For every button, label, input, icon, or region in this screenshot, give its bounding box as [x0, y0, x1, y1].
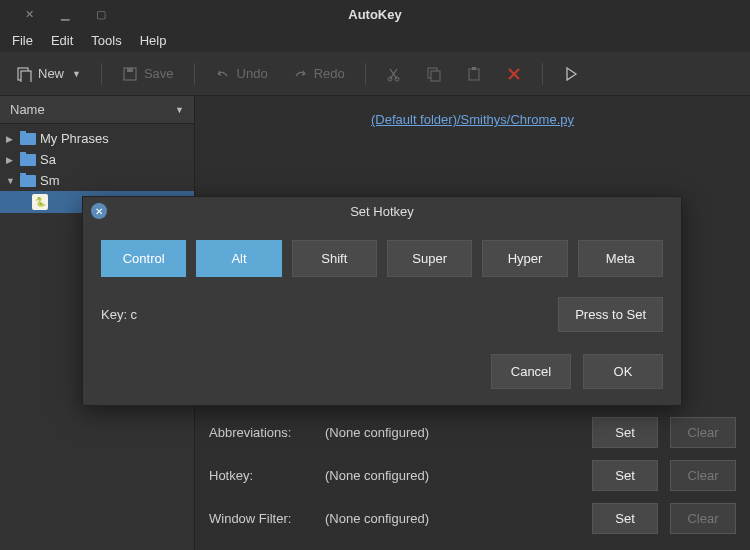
modifier-meta[interactable]: Meta	[578, 240, 663, 277]
set-hotkey-dialog: ✕ Set Hotkey Control Alt Shift Super Hyp…	[82, 196, 682, 406]
menu-file[interactable]: File	[12, 33, 33, 48]
play-icon	[563, 66, 579, 82]
delete-icon	[506, 66, 522, 82]
prop-label: Abbreviations:	[209, 425, 319, 440]
tree-item-my-phrases[interactable]: ▶ My Phrases	[0, 128, 194, 149]
dialog-actions: Cancel OK	[101, 354, 663, 389]
redo-button[interactable]: Redo	[284, 62, 353, 86]
press-to-set-button[interactable]: Press to Set	[558, 297, 663, 332]
cancel-button[interactable]: Cancel	[491, 354, 571, 389]
menu-help[interactable]: Help	[140, 33, 167, 48]
prop-label: Window Filter:	[209, 511, 319, 526]
modifier-shift[interactable]: Shift	[292, 240, 377, 277]
key-row: Key: c Press to Set	[101, 297, 663, 332]
svg-rect-1	[21, 71, 31, 82]
set-button[interactable]: Set	[592, 460, 658, 491]
folder-icon	[20, 154, 36, 166]
tree-label: Sm	[40, 173, 60, 188]
modifier-hyper[interactable]: Hyper	[482, 240, 567, 277]
expand-icon[interactable]: ▶	[6, 134, 16, 144]
paste-button[interactable]	[458, 62, 490, 86]
folder-icon	[20, 133, 36, 145]
prop-label: Hotkey:	[209, 468, 319, 483]
copy-button[interactable]	[418, 62, 450, 86]
key-label: Key: c	[101, 307, 137, 322]
properties-panel: Abbreviations: (None configured) Set Cle…	[209, 411, 736, 540]
chevron-down-icon: ▼	[175, 105, 184, 115]
save-icon	[122, 66, 138, 82]
modifier-row: Control Alt Shift Super Hyper Meta	[101, 240, 663, 277]
prop-row-abbreviations: Abbreviations: (None configured) Set Cle…	[209, 411, 736, 454]
close-icon[interactable]: ✕	[91, 203, 107, 219]
sidebar-header-label: Name	[10, 102, 45, 117]
new-icon	[16, 66, 32, 82]
svg-rect-7	[431, 71, 440, 81]
redo-icon	[292, 66, 308, 82]
menu-bar: File Edit Tools Help	[0, 28, 750, 52]
new-button[interactable]: New ▼	[8, 62, 89, 86]
prop-value: (None configured)	[325, 468, 580, 483]
dialog-title: Set Hotkey	[350, 204, 414, 219]
undo-label: Undo	[237, 66, 268, 81]
toolbar-separator	[194, 63, 195, 85]
expand-icon[interactable]: ▶	[6, 155, 16, 165]
paste-icon	[466, 66, 482, 82]
collapse-icon[interactable]: ▼	[6, 176, 16, 186]
menu-edit[interactable]: Edit	[51, 33, 73, 48]
sidebar-header[interactable]: Name ▼	[0, 96, 194, 124]
cut-icon	[386, 66, 402, 82]
toolbar-separator	[542, 63, 543, 85]
folder-icon	[20, 175, 36, 187]
breadcrumb-link[interactable]: (Default folder)/Smithys/Chrome.py	[371, 112, 574, 127]
dialog-titlebar: ✕ Set Hotkey	[83, 197, 681, 226]
modifier-control[interactable]: Control	[101, 240, 186, 277]
ok-button[interactable]: OK	[583, 354, 663, 389]
prop-value: (None configured)	[325, 425, 580, 440]
modifier-super[interactable]: Super	[387, 240, 472, 277]
undo-icon	[215, 66, 231, 82]
delete-button[interactable]	[498, 62, 530, 86]
breadcrumb: (Default folder)/Smithys/Chrome.py	[209, 106, 736, 141]
save-button[interactable]: Save	[114, 62, 182, 86]
title-bar: ✕ ▁ ▢ AutoKey	[0, 0, 750, 28]
window-title: AutoKey	[0, 7, 750, 22]
modifier-alt[interactable]: Alt	[196, 240, 281, 277]
tree-label: My Phrases	[40, 131, 109, 146]
run-button[interactable]	[555, 62, 587, 86]
cut-button[interactable]	[378, 62, 410, 86]
undo-button[interactable]: Undo	[207, 62, 276, 86]
new-label: New	[38, 66, 64, 81]
clear-button[interactable]: Clear	[670, 503, 736, 534]
save-label: Save	[144, 66, 174, 81]
clear-button[interactable]: Clear	[670, 417, 736, 448]
toolbar-separator	[365, 63, 366, 85]
tree-label: Sa	[40, 152, 56, 167]
tree-item-sa[interactable]: ▶ Sa	[0, 149, 194, 170]
prop-row-hotkey: Hotkey: (None configured) Set Clear	[209, 454, 736, 497]
toolbar: New ▼ Save Undo Redo	[0, 52, 750, 96]
tree-item-sm[interactable]: ▼ Sm	[0, 170, 194, 191]
chevron-down-icon: ▼	[72, 69, 81, 79]
redo-label: Redo	[314, 66, 345, 81]
python-icon: 🐍	[32, 194, 48, 210]
prop-row-window-filter: Window Filter: (None configured) Set Cle…	[209, 497, 736, 540]
prop-value: (None configured)	[325, 511, 580, 526]
menu-tools[interactable]: Tools	[91, 33, 121, 48]
toolbar-separator	[101, 63, 102, 85]
svg-rect-8	[469, 69, 479, 80]
clear-button[interactable]: Clear	[670, 460, 736, 491]
copy-icon	[426, 66, 442, 82]
svg-rect-9	[472, 67, 476, 70]
svg-rect-3	[127, 68, 133, 72]
set-button[interactable]: Set	[592, 503, 658, 534]
set-button[interactable]: Set	[592, 417, 658, 448]
